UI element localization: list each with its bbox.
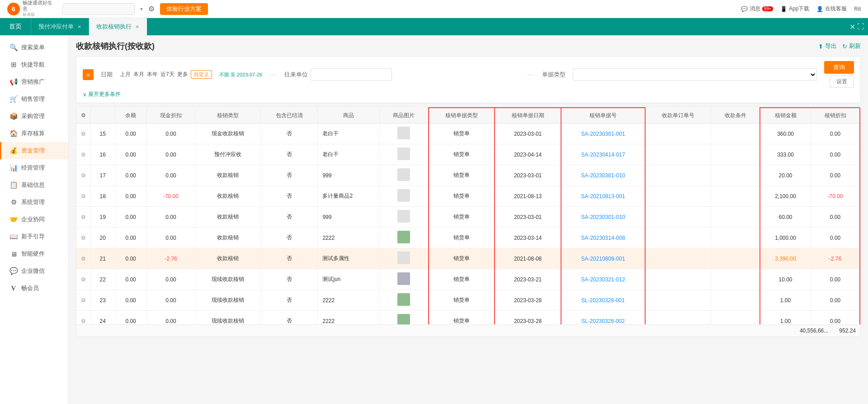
sidebar-item-sales-label: 销售管理	[21, 95, 45, 103]
maximize-icon[interactable]: ⛶	[857, 23, 864, 31]
date-option-last-month[interactable]: 上月	[120, 71, 131, 78]
bill-no-link[interactable]: SL-20230328-002	[581, 318, 625, 324]
date-option-more[interactable]: 更多	[177, 71, 188, 78]
tab-prepay-close[interactable]: ✕	[77, 24, 81, 30]
sidebar-item-wechat[interactable]: 💬 企业微信	[0, 262, 68, 280]
row-cash-discount: 0.00	[146, 124, 195, 144]
row-settings[interactable]: ⚙	[76, 124, 91, 144]
row-bill-type: 销货单	[429, 248, 495, 269]
row-cancel-amount: 333.00	[760, 144, 811, 165]
row-settings[interactable]: ⚙	[76, 269, 91, 290]
row-settings[interactable]: ⚙	[76, 311, 91, 325]
row-settings[interactable]: ⚙	[76, 290, 91, 311]
tab-prepay[interactable]: 预付冲应付单 ✕	[31, 18, 89, 35]
tab-receipt-cancel[interactable]: 收款核销执行 ✕	[89, 18, 147, 35]
row-include-settled: 否	[261, 290, 318, 311]
sidebar-item-hardware[interactable]: 🖥 智能硬件	[0, 245, 68, 262]
message-button[interactable]: 💬 消息 99+	[741, 5, 773, 13]
bill-no-link[interactable]: SA-20230321-012	[581, 276, 625, 283]
sidebar-item-purchase[interactable]: 📦 采购管理	[0, 108, 68, 125]
close-window-icon[interactable]: ✕	[849, 23, 855, 31]
sidebar-item-system-label: 系统管理	[21, 198, 45, 206]
row-include-settled: 否	[261, 124, 318, 144]
row-bill-type: 销货单	[429, 165, 495, 186]
online-service-button[interactable]: 👤 在线客服	[816, 5, 847, 13]
operations-icon: 📊	[9, 164, 18, 172]
sidebar-item-basic[interactable]: 📋 基础信息	[0, 176, 68, 194]
query-button[interactable]: 查询	[824, 61, 854, 74]
bill-no-link[interactable]: SA-20230414-017	[581, 152, 625, 158]
table-scroll-area[interactable]: ⚙ 余额 现金折扣 核销类型 包含已结清 商品 商品图片 核销单据类型 核销单据…	[76, 107, 860, 324]
sidebar-item-marketing[interactable]: 📢 营销推广	[0, 73, 68, 90]
row-cancel-type: 现续收款核销	[195, 269, 261, 290]
date-options: 上月 本月 本年 近7天 更多 自定义	[120, 70, 212, 79]
sidebar-item-system[interactable]: ⚙ 系统管理	[0, 194, 68, 211]
row-include-settled: 否	[261, 269, 318, 290]
row-goods: 测试jun	[318, 269, 380, 290]
row-goods-image	[380, 248, 429, 269]
row-settings[interactable]: ⚙	[76, 186, 91, 207]
sidebar-item-search[interactable]: 🔍 搜索菜单	[0, 39, 68, 56]
row-cancel-discount: -2.76	[811, 248, 860, 269]
expand-conditions-button[interactable]: ∨ 展开更多条件	[83, 90, 854, 98]
bill-no-link[interactable]: SA-20230301-010	[581, 214, 625, 220]
sidebar-item-cooperation[interactable]: 🤝 企业协同	[0, 211, 68, 228]
row-cancel-type: 预付冲应收	[195, 144, 261, 165]
row-settings[interactable]: ⚙	[76, 228, 91, 248]
row-goods: 2222	[318, 290, 380, 311]
filter-settings-button[interactable]: 设置	[830, 76, 854, 88]
export-button[interactable]: ⬆ 导出	[818, 42, 837, 50]
sidebar-item-hardware-label: 智能硬件	[21, 250, 45, 258]
row-bill-no: SA-20230301-010	[561, 165, 645, 186]
gear-icon[interactable]: ⚙	[148, 5, 155, 13]
refresh-button[interactable]: ↻ 刷新	[842, 42, 861, 50]
partner-input[interactable]	[311, 68, 392, 81]
chevron-down-icon[interactable]: ▾	[140, 6, 143, 12]
bill-no-link[interactable]: SA-20230301-001	[581, 131, 625, 137]
sidebar-item-guide[interactable]: 📖 新手引导	[0, 228, 68, 245]
row-receipt-terms	[711, 124, 760, 144]
message-badge: 99+	[762, 6, 773, 11]
row-settings[interactable]: ⚙	[76, 144, 91, 165]
date-option-last-7-days[interactable]: 近7天	[160, 71, 175, 78]
table-row: ⚙ 21 0.00 -2.76 收款核销 否 测试多属性 销货单 2021-08…	[76, 248, 860, 269]
sidebar-item-sales[interactable]: 🛒 销售管理	[0, 90, 68, 108]
row-cancel-discount: 0.00	[811, 311, 860, 325]
sidebar-item-member[interactable]: V 畅会员	[0, 280, 68, 297]
row-bill-no: SL-20230328-001	[561, 290, 645, 311]
date-option-this-month[interactable]: 本月	[133, 71, 144, 78]
total-amount: 40,556,66...	[800, 328, 828, 334]
row-settings[interactable]: ⚙	[76, 248, 91, 269]
filter-toggle-button[interactable]: »	[83, 69, 94, 80]
app-download-button[interactable]: 📱 App下载	[780, 5, 809, 13]
bill-no-link[interactable]: SA-20210813-001	[581, 193, 625, 200]
date-range-display: 不限 至 2023-07-26	[219, 71, 262, 78]
bill-no-link[interactable]: SL-20230328-001	[581, 297, 625, 304]
search-input[interactable]	[62, 3, 135, 15]
total-discount: 952.24	[839, 328, 856, 334]
tab-home[interactable]: 首页	[0, 18, 31, 35]
navigation-tabs: 首页 预付冲应付单 ✕ 收款核销执行 ✕ ✕ ⛶	[0, 18, 868, 35]
bill-no-link[interactable]: SA-20230301-010	[581, 172, 625, 179]
tab-receipt-cancel-close[interactable]: ✕	[135, 24, 139, 30]
row-goods-image	[380, 269, 429, 290]
custom-date-button[interactable]: 自定义	[191, 70, 212, 79]
sidebar-item-finance[interactable]: 💰 资金管理	[0, 142, 68, 159]
bill-type-select[interactable]	[573, 68, 817, 81]
row-cancel-amount: 10.00	[760, 269, 811, 290]
col-settings-header[interactable]: ⚙	[76, 108, 91, 124]
col-goods-image-header: 商品图片	[380, 108, 429, 124]
sidebar-item-operations[interactable]: 📊 经营管理	[0, 159, 68, 176]
bill-no-link[interactable]: SA-20230314-008	[581, 235, 625, 241]
solution-button[interactable]: 体验行业方案	[160, 3, 208, 15]
row-index: 17	[91, 165, 115, 186]
table-header-row: ⚙ 余额 现金折扣 核销类型 包含已结清 商品 商品图片 核销单据类型 核销单据…	[76, 108, 860, 124]
row-bill-type: 销货单	[429, 207, 495, 228]
sidebar-item-purchase-label: 采购管理	[21, 112, 45, 120]
bill-no-link[interactable]: SA-20210808-001	[581, 256, 625, 262]
date-option-this-year[interactable]: 本年	[147, 71, 158, 78]
sidebar-item-quicknav[interactable]: ⊞ 快捷导航	[0, 56, 68, 73]
row-settings[interactable]: ⚙	[76, 207, 91, 228]
row-settings[interactable]: ⚙	[76, 165, 91, 186]
sidebar-item-inventory[interactable]: 🏠 库存核算	[0, 125, 68, 142]
